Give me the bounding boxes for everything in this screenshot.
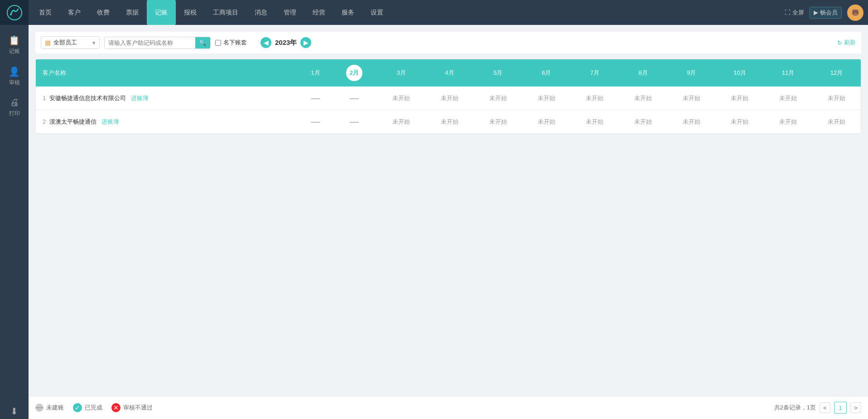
current-page: 1: [834, 402, 847, 414]
month-cell-1[interactable]: —: [299, 87, 331, 110]
month-cell-12[interactable]: 未开始: [812, 110, 861, 134]
sidebar-item-audit[interactable]: 👤 审核: [0, 61, 29, 92]
enter-link[interactable]: 进账簿: [101, 118, 119, 125]
row-index: 2: [43, 118, 46, 125]
status-not-started: 未开始: [779, 118, 797, 125]
refresh-icon: ↻: [837, 39, 842, 46]
status-not-started: 未开始: [392, 95, 410, 101]
month-cell-3[interactable]: 未开始: [377, 110, 425, 134]
employee-select[interactable]: ▦ 全部员工 ▾: [41, 36, 100, 49]
nav-home[interactable]: 首页: [31, 0, 60, 25]
nav-fees[interactable]: 收费: [89, 0, 118, 25]
status-dash-icon: —: [350, 116, 359, 126]
search-input[interactable]: [105, 38, 195, 48]
col-client-name: 客户名称: [36, 59, 299, 87]
status-dash-icon: —: [350, 93, 359, 103]
status-not-started: 未开始: [489, 95, 507, 101]
search-button[interactable]: 🔍: [195, 37, 210, 48]
legend-check-icon: ✓: [75, 404, 80, 411]
col-oct[interactable]: 10月: [716, 59, 764, 87]
month-cell-10[interactable]: 未开始: [716, 110, 764, 134]
month-cell-11[interactable]: 未开始: [764, 110, 812, 134]
nav-invoice[interactable]: 票据: [118, 0, 147, 25]
month-cell-12[interactable]: 未开始: [812, 87, 861, 110]
table-header: 客户名称 1月 2月 3月 4月 5月 6月 7月 8月 9月: [36, 59, 861, 87]
col-nov[interactable]: 11月: [764, 59, 812, 87]
col-aug[interactable]: 8月: [619, 59, 667, 87]
month-cell-6[interactable]: 未开始: [522, 110, 571, 134]
fullscreen-icon: ⛶: [785, 9, 791, 16]
month-cell-5[interactable]: 未开始: [474, 110, 522, 134]
month-cell-3[interactable]: 未开始: [377, 87, 425, 110]
next-page-button[interactable]: >: [850, 402, 861, 413]
col-jun[interactable]: 6月: [522, 59, 571, 87]
status-not-started: 未开始: [538, 118, 555, 125]
col-apr[interactable]: 4月: [425, 59, 474, 87]
col-dec[interactable]: 12月: [812, 59, 861, 87]
col-jan[interactable]: 1月: [299, 59, 331, 87]
client-name-cell: 1 安徽畅捷通信息技术有限公司 进账簿: [36, 87, 299, 110]
nav-client[interactable]: 客户: [60, 0, 89, 25]
search-wrap: 🔍: [104, 37, 211, 49]
col-jul[interactable]: 7月: [570, 59, 619, 87]
month-cell-4[interactable]: 未开始: [425, 87, 474, 110]
vip-button[interactable]: ▶ 畅会员: [810, 7, 842, 19]
user-avatar[interactable]: 🐻: [847, 5, 863, 21]
nav-settings[interactable]: 设置: [362, 0, 391, 25]
legend-dash-icon: —: [36, 404, 43, 412]
month-cell-10[interactable]: 未开始: [716, 87, 764, 110]
my-accounts-checkbox[interactable]: [215, 40, 221, 46]
status-not-started: 未开始: [634, 118, 652, 125]
col-may[interactable]: 5月: [474, 59, 522, 87]
status-not-started: 未开始: [828, 95, 845, 101]
month-cell-9[interactable]: 未开始: [667, 110, 716, 134]
bookkeeping-table: 客户名称 1月 2月 3月 4月 5月 6月 7月 8月 9月: [36, 59, 861, 134]
month-cell-9[interactable]: 未开始: [667, 87, 716, 110]
footer: — 未建账 ✓ 已完成 ✕ 审核不通过 共2条记录，1页 < 1 >: [29, 396, 868, 419]
footer-right: 共2条记录，1页 < 1 >: [774, 402, 861, 414]
col-sep[interactable]: 9月: [667, 59, 716, 87]
col-feb[interactable]: 2月: [332, 59, 377, 87]
enter-link[interactable]: 进账簿: [131, 95, 149, 101]
month-cell-2[interactable]: —: [332, 87, 377, 110]
sidebar: 📋 记账 👤 审核 🖨 打印 ⬇ 🔵: [0, 25, 29, 419]
prev-year-button[interactable]: ◀: [260, 37, 271, 48]
legend-completed-label: 已完成: [85, 404, 102, 412]
my-accounts-label: 名下账套: [223, 39, 247, 47]
month-cell-11[interactable]: 未开始: [764, 87, 812, 110]
sidebar-item-bookkeeping[interactable]: 📋 记账: [0, 29, 29, 61]
my-accounts-checkbox-wrap[interactable]: 名下账套: [215, 39, 247, 47]
nav-service[interactable]: 服务: [333, 0, 362, 25]
month-cell-4[interactable]: 未开始: [425, 110, 474, 134]
month-cell-7[interactable]: 未开始: [570, 110, 619, 134]
refresh-button[interactable]: ↻ 刷新: [837, 39, 856, 47]
fullscreen-button[interactable]: ⛶ 全屏: [785, 9, 804, 17]
sidebar-item-bookkeeping-label: 记账: [9, 48, 20, 55]
nav-business[interactable]: 工商项目: [205, 0, 246, 25]
status-not-started: 未开始: [489, 118, 507, 125]
col-mar[interactable]: 3月: [377, 59, 425, 87]
sidebar-item-download[interactable]: ⬇: [0, 400, 29, 419]
month-cell-6[interactable]: 未开始: [522, 87, 571, 110]
month-cell-7[interactable]: 未开始: [570, 87, 619, 110]
legend-rejected-label: 审核不通过: [123, 404, 153, 412]
nav-manage[interactable]: 管理: [275, 0, 304, 25]
month-cell-5[interactable]: 未开始: [474, 87, 522, 110]
month-cell-2[interactable]: —: [332, 110, 377, 134]
prev-page-button[interactable]: <: [820, 402, 830, 413]
month-cell-8[interactable]: 未开始: [619, 87, 667, 110]
legend-completed: ✓ 已完成: [73, 403, 102, 412]
sidebar-item-print[interactable]: 🖨 打印: [0, 92, 29, 123]
month-cell-8[interactable]: 未开始: [619, 110, 667, 134]
status-not-started: 未开始: [586, 118, 603, 125]
next-year-button[interactable]: ▶: [300, 37, 311, 48]
nav-tax[interactable]: 报税: [176, 0, 205, 25]
status-not-started: 未开始: [779, 95, 797, 101]
nav-operation[interactable]: 经营: [304, 0, 333, 25]
nav-bookkeeping[interactable]: 记账: [147, 0, 176, 25]
month-cell-1[interactable]: —: [299, 110, 331, 134]
logo[interactable]: [0, 0, 29, 25]
data-table: 客户名称 1月 2月 3月 4月 5月 6月 7月 8月 9月: [35, 59, 861, 134]
nav-message[interactable]: 消息: [246, 0, 275, 25]
company-name: 安徽畅捷通信息技术有限公司: [49, 95, 126, 101]
